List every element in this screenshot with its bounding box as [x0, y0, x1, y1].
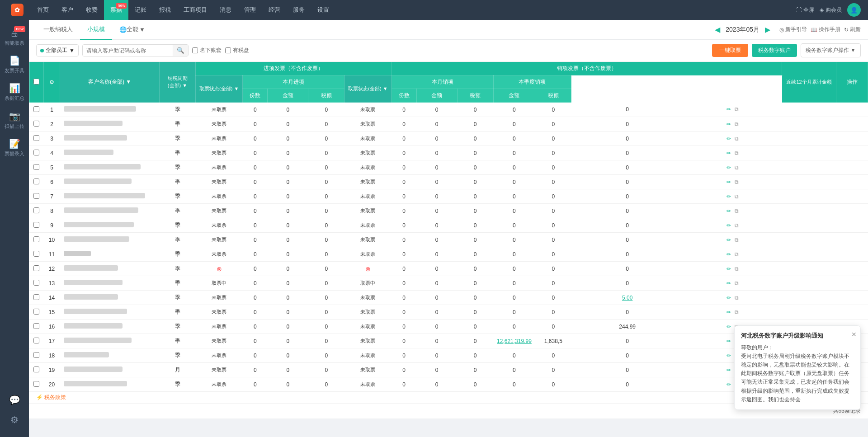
- copy-icon[interactable]: ⧉: [735, 280, 739, 287]
- nav-business[interactable]: 工商项目: [177, 0, 213, 20]
- subnav-all[interactable]: 🌐 全能 ▼: [112, 20, 152, 40]
- nav-customer[interactable]: 客户: [55, 0, 80, 20]
- copy-icon[interactable]: ⧉: [735, 179, 739, 185]
- nav-tax[interactable]: 报税: [153, 0, 177, 20]
- app-logo[interactable]: ✿: [7, 0, 27, 20]
- edit-icon[interactable]: ✏: [726, 208, 731, 214]
- row-client-name[interactable]: [60, 132, 160, 146]
- edit-icon[interactable]: ✏: [726, 266, 731, 272]
- row-client-name[interactable]: [60, 276, 160, 291]
- sidebar-item-chat[interactable]: 💬: [0, 390, 29, 410]
- row-client-name[interactable]: [60, 146, 160, 160]
- nav-service[interactable]: 服务: [287, 0, 311, 20]
- row-checkbox[interactable]: [33, 294, 39, 300]
- row-checkbox[interactable]: [33, 265, 39, 271]
- search-input[interactable]: [83, 45, 173, 56]
- edit-icon[interactable]: ✏: [726, 179, 731, 185]
- th-purchase-status[interactable]: 取票状态(全部) ▼: [196, 75, 243, 103]
- row-checkbox[interactable]: [33, 207, 39, 213]
- row-client-name[interactable]: [60, 160, 160, 175]
- member-btn[interactable]: ◈ 购会员: [820, 6, 842, 14]
- th-tax-period[interactable]: 纳税周期(全部) ▼: [160, 62, 196, 103]
- row-client-name[interactable]: [60, 189, 160, 204]
- sidebar-item-smart-ticket[interactable]: new 🖨 智能取票: [0, 23, 29, 51]
- row-checkbox[interactable]: [33, 135, 39, 141]
- nav-charge[interactable]: 收费: [80, 0, 104, 20]
- row-checkbox[interactable]: [33, 251, 39, 257]
- edit-icon[interactable]: ✏: [726, 121, 731, 127]
- row-checkbox[interactable]: [33, 381, 39, 387]
- hastax-checkbox-label[interactable]: 有税盘: [225, 47, 249, 54]
- nav-home[interactable]: 首页: [31, 0, 55, 20]
- row-client-name[interactable]: [60, 363, 160, 377]
- edit-icon[interactable]: ✏: [726, 367, 731, 373]
- copy-icon[interactable]: ⧉: [735, 164, 739, 171]
- copy-icon[interactable]: ⧉: [735, 237, 739, 243]
- copy-icon[interactable]: ⧉: [735, 295, 739, 301]
- date-next-btn[interactable]: ▶: [763, 23, 772, 36]
- edit-icon[interactable]: ✏: [726, 381, 731, 388]
- nav-operation[interactable]: 经营: [262, 0, 287, 20]
- nav-bookkeeping[interactable]: 记账: [128, 0, 153, 20]
- row-client-name[interactable]: [60, 218, 160, 233]
- row-client-name[interactable]: [60, 204, 160, 218]
- row-checkbox[interactable]: [33, 338, 39, 343]
- notification-close-btn[interactable]: ✕: [851, 329, 857, 339]
- edit-icon[interactable]: ✏: [726, 280, 731, 287]
- sidebar-item-invoice-entry[interactable]: 📝 票据录入: [0, 134, 29, 161]
- nav-message[interactable]: 消息: [213, 0, 238, 20]
- subnav-small-scale[interactable]: 小规模: [80, 20, 112, 40]
- manual-btn[interactable]: 📖 操作手册: [811, 26, 840, 33]
- downaccount-checkbox[interactable]: [192, 47, 198, 53]
- copy-icon[interactable]: ⧉: [735, 222, 739, 229]
- row-checkbox[interactable]: [33, 309, 39, 315]
- row-checkbox[interactable]: [33, 222, 39, 228]
- copy-icon[interactable]: ⧉: [735, 121, 739, 127]
- select-all-checkbox[interactable]: [33, 79, 39, 85]
- edit-icon[interactable]: ✏: [726, 237, 731, 243]
- hastax-checkbox[interactable]: [225, 47, 231, 53]
- row-client-name[interactable]: [60, 233, 160, 247]
- row-checkbox[interactable]: [33, 367, 39, 372]
- staff-select[interactable]: 全部员工 ▼: [36, 44, 79, 56]
- new-guide-btn[interactable]: ◎ 新手引导: [779, 26, 807, 33]
- row-client-name[interactable]: [60, 117, 160, 132]
- edit-icon[interactable]: ✏: [726, 193, 731, 200]
- refresh-btn[interactable]: ↻ 刷新: [844, 26, 861, 33]
- row-client-name[interactable]: [60, 320, 160, 334]
- th-sales-status[interactable]: 取票状态(全部) ▼: [344, 75, 392, 103]
- sidebar-item-scan-upload[interactable]: 📷 扫描上传: [0, 106, 29, 134]
- copy-icon[interactable]: ⧉: [735, 208, 739, 214]
- row-client-name[interactable]: [60, 262, 160, 276]
- th-settings[interactable]: ⚙: [44, 62, 60, 103]
- sidebar-item-gear[interactable]: ⚙: [0, 410, 29, 430]
- row-checkbox[interactable]: [33, 236, 39, 242]
- subnav-general-taxpayer[interactable]: 一般纳税人: [36, 20, 80, 40]
- one-click-fetch-btn[interactable]: 一键取票: [712, 44, 748, 57]
- row-client-name[interactable]: [60, 291, 160, 305]
- user-avatar[interactable]: 👤: [847, 3, 861, 17]
- row-client-name[interactable]: [60, 103, 160, 117]
- row-checkbox[interactable]: [33, 106, 39, 112]
- row-checkbox[interactable]: [33, 179, 39, 184]
- edit-icon[interactable]: ✏: [726, 309, 731, 315]
- copy-icon[interactable]: ⧉: [735, 251, 739, 258]
- edit-icon[interactable]: ✏: [726, 150, 731, 156]
- copy-icon[interactable]: ⧉: [735, 193, 739, 200]
- row-client-name[interactable]: [60, 348, 160, 363]
- nav-manage[interactable]: 管理: [238, 0, 262, 20]
- edit-icon[interactable]: ✏: [726, 352, 731, 359]
- th-name[interactable]: 客户名称(全部) ▼: [60, 62, 160, 103]
- sidebar-item-invoice-summary[interactable]: 📊 票据汇总: [0, 78, 29, 106]
- row-checkbox[interactable]: [33, 121, 39, 127]
- sidebar-item-invoice-open[interactable]: 📄 发票开具: [0, 51, 29, 78]
- copy-icon[interactable]: ⧉: [735, 309, 739, 315]
- date-prev-btn[interactable]: ◀: [713, 23, 722, 36]
- row-checkbox[interactable]: [33, 150, 39, 155]
- search-button[interactable]: 🔍: [173, 45, 188, 56]
- copy-icon[interactable]: ⧉: [735, 266, 739, 272]
- digital-account-op-btn[interactable]: 税务数字账户操作 ▼: [801, 43, 861, 57]
- row-client-name[interactable]: [60, 334, 160, 348]
- row-client-name[interactable]: [60, 247, 160, 262]
- edit-icon[interactable]: ✏: [726, 136, 731, 142]
